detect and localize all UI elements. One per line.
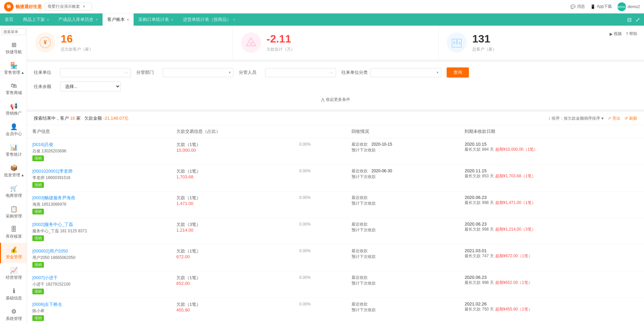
debt-amount[interactable]: 455.90 [176,307,190,313]
manager-dots-icon: ··· [329,70,333,75]
search-button[interactable]: 查询 [447,67,469,78]
brand-logo: 畅 畅捷通好生意 [4,2,42,11]
customer-name-link[interactable]: [0002]服务中心_丁磊 [32,222,166,228]
tab-close-customer[interactable]: × [127,18,129,22]
stat-card-overdue-customers: ¥ 16 总欠款客户（家） [27,26,233,59]
customer-name-link[interactable]: [0016]吕俊 [32,142,166,148]
debt-count: 欠款（1笔） [176,168,286,174]
ops-icon: 📈 [2,267,25,274]
manager-input[interactable] [265,68,336,77]
next-collection-label: 预计下次收款 [352,174,376,179]
view-link[interactable]: ▶ 视频 [610,31,622,37]
cell-debt: 欠款（1笔） 455.90 [171,298,291,324]
customer-phone: 李老师 18600391516 [32,175,166,181]
debt-amount[interactable]: 672.00 [176,254,190,259]
customer-name-link[interactable]: [000002]用户2050 [32,248,166,254]
stat-icon-total [447,32,467,53]
cell-debt: 欠款（1笔） 10,000.00 [171,138,291,165]
inventory-icon: 🗄 [2,226,25,233]
tab-purchase-summary[interactable]: 采购订单统计表 × [134,13,178,26]
sidebar-item-basic[interactable]: ℹ 基础信息 [0,284,27,304]
debt-amount[interactable]: 1,703.68 [176,174,194,179]
dept-input[interactable] [163,68,233,77]
sidebar-item-inventory[interactable]: 🗄 库存核算 [0,223,27,243]
tab-close-products[interactable]: × [47,18,49,22]
overdue-amount-link[interactable]: 超期¥455.90（1笔） [495,307,532,312]
customer-name-link[interactable]: [0006]去下粮仓 [32,301,166,307]
sort-button[interactable]: ↕ 排序：按欠款金额倒序排序 ▾ [548,116,604,121]
sidebar-item-ops[interactable]: 📈 经营管理 [0,263,27,284]
col-debt-info: 欠款交易信息（占比） [171,125,291,138]
tab-home[interactable]: 首页 [0,13,18,26]
customer-name-link[interactable]: [0001020001]李老师 [32,168,166,174]
tab-customer-account[interactable]: 客户账本 × [103,13,134,26]
tab-collapse-icon[interactable]: ⊟ [626,17,633,23]
overdue-amount-link[interactable]: 超期¥672.00（1笔） [495,254,532,258]
tab-products-offline[interactable]: 商品上下架 × [18,13,54,26]
cell-due-date: 2020.06.23 最长欠款 998 天 超期¥1,214.00（3笔） [459,218,644,245]
sidebar-item-quick-nav[interactable]: ⊞ 快捷导航 [0,38,27,58]
collapse-button[interactable]: ⋀ 收起更多条件 [34,95,637,104]
stat-icon-amount: ◇ [241,32,261,53]
overdue-amount-link[interactable]: 超期¥1,214.00（3笔） [495,227,536,232]
sidebar-search-input[interactable] [1,28,26,35]
balance-select[interactable]: 选择... [60,82,121,91]
sidebar-item-member[interactable]: 👤 会员中心 [0,120,27,140]
sidebar-item-retail-stats[interactable]: 📊 零售统计 [0,140,27,161]
filter-row-2: 往来余额 选择... [34,82,637,91]
customer-name-link[interactable]: [0007]小进干 [32,275,166,281]
user-menu[interactable]: demo2 demo2 [617,2,640,11]
svg-rect-5 [453,41,455,45]
customer-phone: 小进干 18279152100 [32,282,166,287]
debt-amount[interactable]: 10,000.00 [176,148,196,153]
sidebar-item-retail-mall[interactable]: 🛍 零售商城 [0,79,27,99]
customer-name-link[interactable]: [0003]畅捷服务尹海燕 [32,195,166,201]
overdue-amount-link[interactable]: 超期¥1,703.68（1笔） [495,174,536,178]
customer-tag: 现销 [32,182,44,188]
help-link[interactable]: ? 帮助 [626,31,637,37]
sidebar-item-retail-mgmt[interactable]: 🏪 零售管理 ▴ [0,58,27,79]
sidebar-item-finance[interactable]: 💰 资金管理 [0,243,27,263]
last-collection-label: 最近收款 [352,248,368,253]
sidebar-item-batch-mgmt[interactable]: 📦 批发管理 ▴ [0,161,27,181]
sidebar-item-system[interactable]: ⚙ 系统管理 [0,304,27,324]
cell-collection: 最近收款 预计下次收款 [346,192,459,218]
avatar: demo2 [617,2,626,11]
message-button[interactable]: 💬 消息 [570,4,585,9]
tab-close-inbound[interactable]: × [233,18,235,22]
sidebar-item-marketing[interactable]: 📢 营销推广 [0,99,27,120]
export-button[interactable]: ↗ 导出 [608,116,620,121]
cell-debt: 欠款（3笔） 1,214.00 [171,218,291,245]
table-row: [000002]用户2050 用户2050 18665062050 现销 欠款（… [27,245,644,271]
cell-ratio: 0.00% [291,192,346,218]
tab-close-production[interactable]: × [95,18,97,22]
col-customer-info: 客户信息 [27,125,171,138]
tab-close-purchase[interactable]: × [171,18,173,22]
customer-tag: 现销 [32,155,44,161]
app-download-button[interactable]: 📱 App下载 [590,4,612,9]
sidebar-item-purchase[interactable]: 📋 采购管理 [0,202,27,223]
debt-ratio: 0.00% [299,248,311,253]
sidebar-item-ecommerce[interactable]: 🛒 电商管理 [0,181,27,202]
tab-production-history[interactable]: 产成品入库单历史 × [54,13,102,26]
debt-amount[interactable]: 1,214.00 [176,228,194,233]
overdue-amount-link[interactable]: 超期¥10,000.00（1笔） [495,147,538,152]
sort-arrow-icon: ▾ [601,116,604,121]
overdue-amount-link[interactable]: 超期¥1,471.00（1笔） [495,200,536,205]
debt-amount[interactable]: 1,471.00 [176,201,194,206]
debt-amount[interactable]: 652.00 [176,281,190,286]
customer-phone: 陈小希 [32,308,166,314]
stats-row: ¥ 16 总欠款客户（家） ◇ -2.11 欠款合计（万） [27,26,644,59]
store-selector[interactable]: 母婴行业演示账套 ▾ [45,3,92,10]
tab-bar-controls: ⊟ ⤢ [626,13,644,26]
customer-phone: 海燕 18513066976 [32,202,166,207]
system-icon: ⚙ [2,308,25,315]
next-collection-label: 预计下次收款 [352,148,376,152]
unit-category-input[interactable] [370,68,441,77]
source-unit-input[interactable] [60,68,131,77]
refresh-button[interactable]: ↺ 刷新 [624,116,637,121]
tab-inbound-summary[interactable]: 进货单统计表（按商品） × [178,13,240,26]
tab-expand-icon[interactable]: ⤢ [634,17,641,23]
overdue-amount-link[interactable]: 超期¥652.00（1笔） [495,280,532,285]
ecommerce-icon: 🛒 [2,185,25,192]
